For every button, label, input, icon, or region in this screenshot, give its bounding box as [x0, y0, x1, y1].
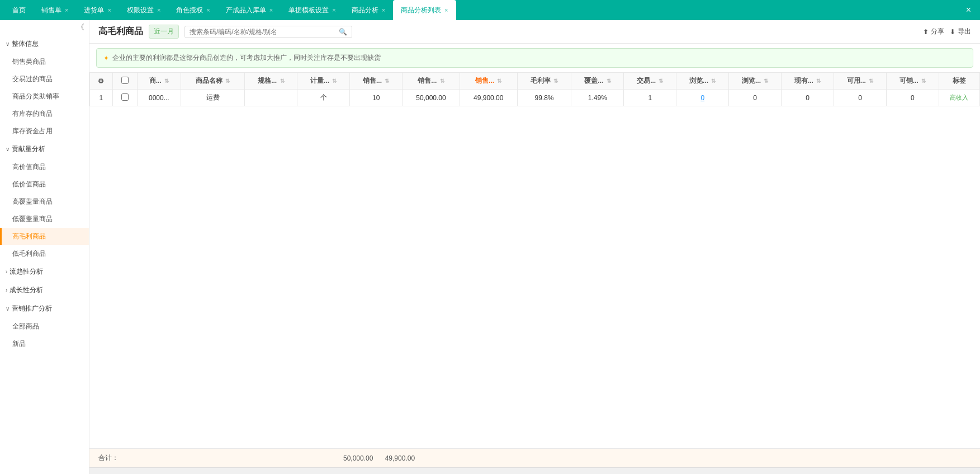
sidebar-item-high-coverage[interactable]: 高覆盖量商品 — [0, 193, 89, 210]
nav-tab-home[interactable]: 首页 — [4, 0, 34, 20]
row-sellable: 0 — [886, 90, 939, 106]
sidebar-item-all-goods[interactable]: 全部商品 — [0, 318, 89, 335]
search-icon[interactable]: 🔍 — [339, 28, 347, 36]
sidebar-item-new-goods[interactable]: 新品 — [0, 335, 89, 353]
sidebar-item-traded-goods[interactable]: 交易过的商品 — [0, 71, 89, 88]
th-name[interactable]: 商品名称 ⇅ — [181, 73, 245, 90]
sort-icon[interactable]: ⇅ — [816, 78, 821, 84]
top-nav: 首页 销售单 × 进货单 × 权限设置 × 角色授权 × 产成品入库单 × 单据… — [0, 0, 980, 20]
sort-icon[interactable]: ⇅ — [164, 78, 169, 84]
th-tag[interactable]: 标签 — [939, 73, 979, 90]
th-browse1[interactable]: 浏览... ⇅ — [676, 73, 729, 90]
sidebar-group-overall[interactable]: ∨ 整体信息 — [0, 35, 89, 53]
share-icon: ⬆ — [923, 28, 929, 36]
sort-icon[interactable]: ⇅ — [280, 78, 285, 84]
close-product-in-tab[interactable]: × — [269, 7, 273, 13]
th-sales-profit[interactable]: 销售... ⇅ — [460, 73, 517, 90]
select-all-checkbox[interactable] — [121, 77, 129, 84]
nav-tab-role[interactable]: 角色授权 × — [168, 0, 217, 20]
th-code[interactable]: 商... ⇅ — [137, 73, 181, 90]
nav-tab-analysis[interactable]: 商品分析 × — [344, 0, 393, 20]
sidebar-group-growth[interactable]: › 成长性分析 — [0, 281, 89, 299]
close-purchase-tab[interactable]: × — [107, 7, 111, 13]
sidebar-item-low-value[interactable]: 低价值商品 — [0, 176, 89, 193]
export-button[interactable]: ⬇ 导出 — [950, 27, 971, 36]
nav-tab-analysis-list[interactable]: 商品分析列表 × — [393, 0, 456, 20]
sort-icon[interactable]: ⇅ — [440, 78, 444, 84]
th-available[interactable]: 可用... ⇅ — [834, 73, 887, 90]
th-coverage[interactable]: 覆盖... ⇅ — [571, 73, 624, 90]
sidebar-item-high-margin[interactable]: 高毛利商品 — [0, 228, 89, 245]
filter-recent-month[interactable]: 近一月 — [149, 25, 179, 39]
th-checkbox[interactable] — [112, 73, 137, 90]
sort-icon[interactable]: ⇅ — [497, 78, 501, 84]
close-sales-tab[interactable]: × — [65, 7, 68, 13]
close-permission-tab[interactable]: × — [157, 7, 160, 13]
sort-icon[interactable]: ⇅ — [869, 78, 873, 84]
th-transaction[interactable]: 交易... ⇅ — [624, 73, 676, 90]
horizontal-scrollbar[interactable] — [89, 467, 980, 474]
export-icon: ⬇ — [950, 28, 955, 36]
share-button[interactable]: ⬆ 分享 — [923, 27, 944, 36]
row-spec — [245, 90, 297, 106]
sort-icon[interactable]: ⇅ — [225, 78, 230, 84]
sort-icon[interactable]: ⇅ — [711, 78, 716, 84]
th-gross-margin[interactable]: 毛利率 ⇅ — [517, 73, 571, 90]
footer-cell-sellable — [702, 454, 735, 462]
footer-cell-sales-amount: 49,900.00 — [377, 454, 422, 462]
sort-icon[interactable]: ⇅ — [659, 78, 663, 84]
close-all-tabs[interactable]: × — [962, 5, 976, 15]
sidebar-item-sales-goods[interactable]: 销售类商品 — [0, 53, 89, 71]
sort-icon[interactable]: ⇅ — [332, 78, 337, 84]
th-spec[interactable]: 规格... ⇅ — [245, 73, 297, 90]
chevron-down-icon: ∨ — [6, 146, 10, 152]
table-header-row: ⚙ 商... ⇅ 商品名称 ⇅ — [90, 73, 980, 90]
nav-tab-product-in[interactable]: 产成品入库单 × — [218, 0, 281, 20]
content-area: 高毛利商品 近一月 🔍 ⬆ 分享 ⬇ 导出 ✦ 企业的主要的利润都是这部分商品创… — [89, 20, 980, 474]
search-input[interactable] — [190, 28, 337, 36]
sort-icon[interactable]: ⇅ — [553, 78, 558, 84]
page-title: 高毛利商品 — [98, 26, 143, 37]
close-analysis-tab[interactable]: × — [382, 7, 385, 13]
th-current-stock[interactable]: 现有... ⇅ — [782, 73, 834, 90]
th-settings[interactable]: ⚙ — [90, 73, 113, 90]
sidebar-item-stock-capital[interactable]: 库存资金占用 — [0, 123, 89, 140]
nav-tab-sales[interactable]: 销售单 × — [34, 0, 76, 20]
close-template-tab[interactable]: × — [332, 7, 335, 13]
info-banner-text: 企业的主要的利润都是这部分商品创造的，可考虑加大推广，同时关注库存是不要出现缺货 — [112, 53, 381, 63]
th-unit[interactable]: 计量... ⇅ — [297, 73, 350, 90]
sidebar-item-stock-goods[interactable]: 有库存的商品 — [0, 105, 89, 123]
sidebar-item-low-coverage[interactable]: 低覆盖量商品 — [0, 210, 89, 228]
sidebar-item-high-value[interactable]: 高价值商品 — [0, 158, 89, 176]
sort-icon[interactable]: ⇅ — [921, 78, 926, 84]
footer-cells: 50,000.00 49,900.00 — [143, 454, 971, 462]
footer-cell-transaction — [534, 454, 567, 462]
sidebar-collapse-btn[interactable]: 《 — [0, 20, 89, 35]
settings-icon[interactable]: ⚙ — [98, 77, 104, 85]
footer-cell-gross-margin — [467, 454, 500, 462]
th-browse2[interactable]: 浏览... ⇅ — [729, 73, 782, 90]
close-role-tab[interactable]: × — [206, 7, 210, 13]
nav-tab-permission[interactable]: 权限设置 × — [119, 0, 168, 20]
row-browse1[interactable]: 0 — [676, 90, 729, 106]
footer-cell-sales-profit — [422, 454, 467, 462]
sidebar-group-marketing[interactable]: ∨ 营销推广分析 — [0, 299, 89, 318]
th-sales-amount[interactable]: 销售... ⇅ — [403, 73, 460, 90]
sort-icon[interactable]: ⇅ — [607, 78, 611, 84]
th-sales-qty[interactable]: 销售... ⇅ — [350, 73, 403, 90]
footer-cell-browse1 — [567, 454, 601, 462]
info-banner: ✦ 企业的主要的利润都是这部分商品创造的，可考虑加大推广，同时关注库存是不要出现… — [96, 48, 973, 68]
nav-tab-purchase[interactable]: 进货单 × — [76, 0, 119, 20]
sidebar-group-contribution[interactable]: ∨ 贡献量分析 — [0, 140, 89, 158]
close-analysis-list-tab[interactable]: × — [444, 7, 448, 13]
sidebar-group-trend[interactable]: › 流趋性分析 — [0, 262, 89, 281]
row-checkbox[interactable] — [112, 90, 137, 106]
table-container: ⚙ 商... ⇅ 商品名称 ⇅ — [89, 72, 980, 448]
th-sellable[interactable]: 可销... ⇅ — [886, 73, 939, 90]
sidebar-item-low-margin[interactable]: 低毛利商品 — [0, 245, 89, 262]
table-row: 1 0000... 运费 个 10 50,000.00 49,900.00 99… — [90, 90, 980, 106]
nav-tab-template[interactable]: 单据模板设置 × — [281, 0, 343, 20]
sort-icon[interactable]: ⇅ — [764, 78, 768, 84]
sidebar-item-category-assist[interactable]: 商品分类助销率 — [0, 88, 89, 105]
sort-icon[interactable]: ⇅ — [385, 78, 389, 84]
